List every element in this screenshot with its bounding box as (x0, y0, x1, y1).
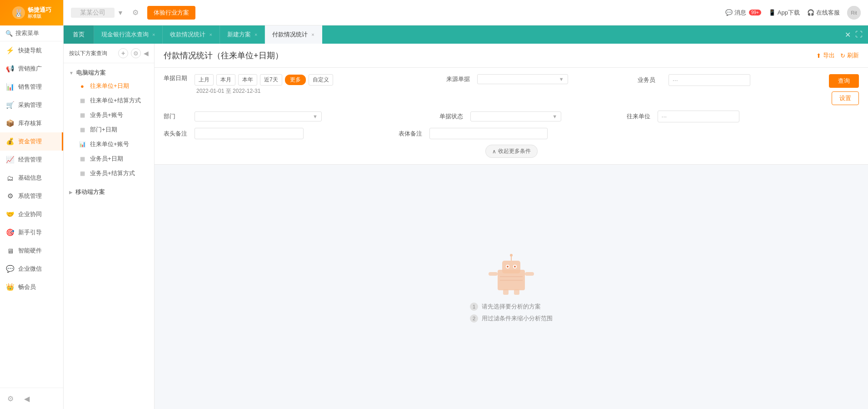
scheme-item-6[interactable]: ▦ 业务员+结算方式 (64, 166, 154, 181)
page-title: 付款情况统计（往来单位+日期） (164, 50, 283, 61)
sidebar-item-enterprise[interactable]: 🤝 企业协同 (0, 205, 63, 223)
online-service-btn[interactable]: 🎧 在线客服 (807, 9, 840, 17)
dropdown-arrow-icon[interactable]: ▼ (117, 9, 124, 16)
counterpart-select[interactable]: ··· (658, 111, 739, 122)
scheme-collapse-btn[interactable]: ◀ (144, 50, 149, 57)
sidebar-item-system[interactable]: ⚙ 系统管理 (0, 187, 63, 205)
sidebar-logo: 🐰 畅捷通巧 标准版 (0, 0, 63, 25)
scheme-item-4[interactable]: 📊 往来单位+账号 (64, 137, 154, 151)
source-select-arrow: ▼ (559, 76, 564, 82)
dept-select[interactable]: ▼ (195, 111, 322, 121)
tab-receipt-stats-close[interactable]: × (209, 32, 212, 37)
sidebar-collapse-icon[interactable]: ◀ (21, 393, 33, 404)
operations-icon: 📈 (5, 155, 15, 164)
add-scheme-btn[interactable]: + (118, 48, 128, 58)
date-btn-this-month[interactable]: 本月 (216, 74, 235, 86)
date-btn-more[interactable]: 更多 (285, 75, 306, 85)
sidebar-item-quick-nav[interactable]: ⚡ 快捷导航 (0, 41, 63, 60)
sidebar-item-basic[interactable]: 🗂 基础信息 (0, 169, 63, 187)
company-title: 某某公司 ▼ (71, 8, 124, 18)
messages-label: 消息 (734, 9, 746, 17)
sidebar-item-member[interactable]: 👑 畅会员 (0, 278, 63, 296)
query-btn[interactable]: 查询 (829, 74, 859, 88)
scheme-item-label: 业务员+账号 (90, 111, 123, 119)
tip2-text: 用过滤条件来缩小分析范围 (482, 314, 553, 323)
date-btn-last-month[interactable]: 上月 (195, 74, 214, 86)
sidebar-item-label: 企业协同 (18, 210, 42, 218)
scheme-item-label: 往来单位+日期 (90, 82, 129, 90)
doc-status-select[interactable]: ▼ (470, 111, 561, 121)
doc-status-select-arrow: ▼ (552, 114, 557, 119)
scheme-table-icon-6: ▦ (78, 169, 86, 177)
sidebar-item-sales[interactable]: 📊 销售管理 (0, 78, 63, 96)
tab-home[interactable]: 首页 (64, 25, 94, 44)
scheme-item-3[interactable]: ▦ 部门+日期 (64, 122, 154, 137)
sidebar-item-operations[interactable]: 📈 经营管理 (0, 151, 63, 169)
date-btn-custom[interactable]: 自定义 (309, 74, 333, 86)
basic-icon: 🗂 (5, 173, 15, 182)
scheme-item-1[interactable]: ▦ 往来单位+结算方式 (64, 93, 154, 108)
sidebar-item-purchase[interactable]: 🛒 采购管理 (0, 96, 63, 114)
sidebar-item-wechat[interactable]: 💬 企业微信 (0, 260, 63, 278)
filter-settings-btn[interactable]: 设置 (832, 91, 859, 105)
refresh-btn[interactable]: ↻ 刷新 (840, 51, 859, 60)
sidebar-item-label: 快捷导航 (18, 46, 42, 55)
tabbar-actions: ✕ ⛶ (839, 25, 868, 44)
svg-rect-11 (514, 289, 519, 295)
user-avatar[interactable]: Rit (847, 6, 861, 20)
mobile-group-title[interactable]: ▶ 移动端方案 (64, 186, 154, 198)
pc-group-title[interactable]: ▼ 电脑端方案 (64, 67, 154, 79)
tab-payment-stats-close[interactable]: × (311, 32, 314, 37)
scheme-item-label: 业务员+结算方式 (90, 169, 135, 177)
sidebar-item-inventory[interactable]: 📦 库存核算 (0, 114, 63, 132)
sidebar-item-guide[interactable]: 🎯 新手引导 (0, 223, 63, 242)
sidebar-item-hardware[interactable]: 🖥 智能硬件 (0, 242, 63, 260)
note1-label: 表头备注 (164, 130, 191, 138)
inventory-icon: 📦 (5, 119, 15, 128)
doc-status-label: 单据状态 (439, 112, 467, 121)
salesperson-select[interactable]: ··· (668, 74, 750, 86)
mobile-group-label: 移动端方案 (75, 188, 105, 196)
tab-payment-stats[interactable]: 付款情况统计 × (265, 25, 322, 44)
note2-input[interactable] (429, 128, 548, 139)
tab-new-scheme-close[interactable]: × (254, 32, 257, 37)
sidebar: 🐰 畅捷通巧 标准版 🔍 搜索菜单 ⚡ 快捷导航 📢 营销推广 📊 销售管理 🛒… (0, 0, 64, 409)
scheme-panel-title: 按以下方案查询 (69, 50, 115, 57)
marketing-icon: 📢 (5, 64, 15, 73)
search-menu[interactable]: 🔍 搜索菜单 (0, 25, 63, 41)
topbar-gear-icon[interactable]: ⚙ (129, 6, 142, 19)
messages-btn[interactable]: 💬 消息 99+ (725, 9, 761, 17)
tab-payment-stats-label: 付款情况统计 (272, 30, 308, 39)
sidebar-item-label: 新手引导 (18, 228, 42, 237)
sidebar-item-fund[interactable]: 💰 资金管理 (0, 132, 63, 151)
scheme-settings-btn[interactable]: ⚙ (131, 48, 141, 58)
content-area: 付款情况统计（往来单位+日期） ⬆ 导出 ↻ 刷新 (155, 44, 868, 409)
tip1-num: 1 (470, 303, 478, 311)
sidebar-settings-icon[interactable]: ⚙ (5, 393, 16, 404)
maximize-icon[interactable]: ⛶ (855, 30, 863, 39)
trial-industry-btn[interactable]: 体验行业方案 (147, 6, 195, 20)
collapse-filters-btn[interactable]: ∧ 收起更多条件 (485, 145, 538, 158)
collapse-label: 收起更多条件 (498, 147, 531, 155)
quick-nav-icon: ⚡ (5, 46, 15, 55)
date-btn-this-year[interactable]: 本年 (238, 74, 257, 86)
empty-tips: 1 请先选择要分析的方案 2 用过滤条件来缩小分析范围 (470, 303, 553, 323)
sidebar-item-label: 库存核算 (18, 119, 42, 127)
close-all-icon[interactable]: ✕ (845, 30, 851, 39)
note1-input[interactable] (195, 128, 304, 139)
scheme-item-2[interactable]: ▦ 业务员+账号 (64, 108, 154, 122)
source-doc-select[interactable]: ▼ (477, 74, 568, 84)
tab-bank-flow[interactable]: 现金银行流水查询 × (94, 25, 163, 44)
export-btn[interactable]: ⬆ 导出 (816, 51, 835, 60)
member-icon: 👑 (5, 283, 15, 292)
scheme-item-0[interactable]: ● 往来单位+日期 (64, 79, 154, 93)
tab-new-scheme[interactable]: 新建方案 × (220, 25, 265, 44)
empty-illustration (484, 252, 539, 297)
tab-receipt-stats[interactable]: 收款情况统计 × (163, 25, 219, 44)
tab-bank-flow-close[interactable]: × (152, 32, 155, 37)
sidebar-item-marketing[interactable]: 📢 营销推广 (0, 60, 63, 78)
pc-group-arrow: ▼ (69, 71, 74, 76)
scheme-item-5[interactable]: ▦ 业务员+日期 (64, 151, 154, 166)
date-btn-last-7days[interactable]: 近7天 (260, 74, 282, 86)
app-download-btn[interactable]: 📱 App下载 (768, 9, 800, 17)
